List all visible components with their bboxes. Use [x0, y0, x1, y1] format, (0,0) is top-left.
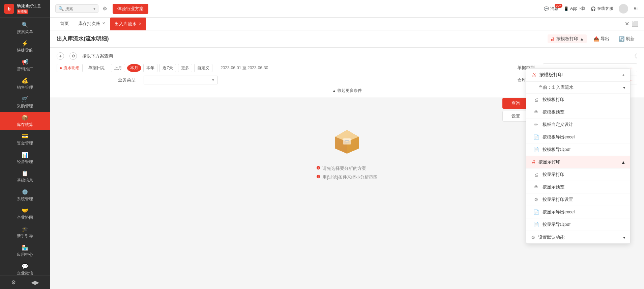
- sidebar-item-operations[interactable]: 📊 经营管理: [0, 149, 50, 167]
- dp-section-label: 按显示打印: [538, 159, 560, 165]
- filter-settings-btn[interactable]: ⚙: [69, 52, 77, 60]
- dp-header[interactable]: 🖨 按模板打印 ▲: [526, 69, 630, 82]
- headset-icon: 🎧: [591, 6, 596, 11]
- sidebar-item-newbie[interactable]: 🎓 新手引导: [0, 223, 50, 242]
- service-label: 在线客服: [597, 6, 613, 11]
- window-close-icon[interactable]: ✕: [625, 21, 629, 27]
- system-icon: ⚙️: [22, 189, 28, 195]
- topbar-username[interactable]: Rit: [634, 6, 639, 11]
- print-template-label: 按模板打印: [556, 36, 578, 42]
- sidebar-label-newbie: 新手引导: [17, 233, 33, 239]
- dp-item-display-settings[interactable]: ⚙ 按显示打印设置: [526, 193, 630, 206]
- dp-item-display-pdf[interactable]: 📄 按显示导出pdf: [526, 218, 630, 231]
- sidebar-item-cooperation[interactable]: 🤝 企业协同: [0, 205, 50, 223]
- empty-tip-2: ❷ 用[过滤]条件来缩小分析范围: [316, 174, 377, 180]
- business-type-label: 业务类型: [118, 77, 138, 83]
- sidebar-item-inventory[interactable]: 📦 库存核算: [0, 112, 50, 130]
- sidebar-item-purchase[interactable]: 🛒 采购管理: [0, 93, 50, 112]
- window-expand-icon[interactable]: ⬜: [632, 21, 639, 27]
- sidebar-label-operations: 经营管理: [17, 159, 33, 165]
- dp-item-display-excel[interactable]: 📄 按显示导出excel: [526, 206, 630, 218]
- finance-icon: 💳: [22, 133, 28, 139]
- appstore-icon: 🏪: [22, 244, 28, 251]
- sidebar-item-system[interactable]: ⚙️ 系统管理: [0, 186, 50, 205]
- sidebar-item-quick-nav[interactable]: ⚡ 快捷导航: [0, 37, 50, 56]
- date-btn-last-month[interactable]: 上月: [111, 64, 125, 72]
- sidebar-label-appstore: 应用中心: [17, 252, 33, 258]
- settings-footer-btn[interactable]: ⚙: [11, 279, 16, 286]
- topbar-app-download-btn[interactable]: 📱 App下载: [564, 6, 585, 11]
- filter-row-1: + ⚙ 按以下方案查询 《: [57, 52, 637, 60]
- sidebar-item-search[interactable]: 🔍 搜索菜单: [0, 19, 50, 37]
- business-type-select[interactable]: ▾: [144, 76, 218, 84]
- print-icon: 🖨: [550, 36, 555, 42]
- dp-display-preview-icon: 👁: [533, 184, 539, 190]
- dp-item-display-preview[interactable]: 👁 按显示预览: [526, 181, 630, 193]
- dp-item-template-preview[interactable]: 👁 按模板预览: [526, 106, 630, 119]
- date-btn-custom[interactable]: 自定义: [194, 64, 212, 72]
- topbar-search-box[interactable]: 🔍 ▾: [55, 4, 98, 13]
- page-header: 出入库流水(流水明细) 🖨 按模板打印 ▲ 📤 导出 🔄 刷新: [50, 30, 644, 48]
- dp-item-template-print[interactable]: 🖨 按模板打印: [526, 94, 630, 106]
- sidebar-item-sales[interactable]: 💰 销售管理: [0, 75, 50, 93]
- app-download-label: App下载: [570, 6, 585, 11]
- dp-header-arrow-icon[interactable]: ▲: [621, 73, 625, 77]
- topbar-gear-icon[interactable]: ⚙: [103, 5, 107, 12]
- tab-inventory-batch-close[interactable]: ✕: [102, 21, 105, 26]
- collapse-sidebar-btn[interactable]: ◀▶: [31, 279, 39, 286]
- dp-current[interactable]: 当前：出入库流水 ▾: [526, 82, 630, 94]
- date-btn-current-year[interactable]: 本年: [143, 64, 157, 72]
- page-actions: 🖨 按模板打印 ▲ 📤 导出 🔄 刷新: [548, 34, 637, 47]
- sidebar-item-basics[interactable]: 📋 基础信息: [0, 167, 50, 186]
- sidebar-label-purchase: 采购管理: [17, 103, 33, 109]
- query-button[interactable]: 查询: [502, 98, 529, 109]
- collapse-filter-btn[interactable]: ▲ 收起更多条件: [332, 88, 362, 94]
- empty-tip-2-label: 用[过滤]条件来缩小分析范围: [322, 174, 377, 180]
- dp-item-template-pdf-label: 按模板导出pdf: [543, 147, 570, 153]
- logo-icon: b: [4, 4, 14, 14]
- print-template-btn[interactable]: 🖨 按模板打印 ▲: [548, 34, 587, 43]
- topbar-search-dropdown-icon[interactable]: ▾: [93, 6, 95, 11]
- cooperation-icon: 🤝: [22, 207, 28, 214]
- sidebar-label-wechat: 企业微信: [17, 270, 33, 275]
- topbar-trial-button[interactable]: 体验行业方案: [113, 4, 148, 14]
- topbar-avatar[interactable]: [619, 4, 628, 14]
- dp-item-template-excel[interactable]: 📄 按模板导出excel: [526, 131, 630, 143]
- dp-footer-btn[interactable]: ⚙ 设置默认功能 ▾: [526, 231, 630, 243]
- topbar-search-icon: 🔍: [58, 6, 64, 11]
- dp-item-template-preview-label: 按模板预览: [543, 109, 564, 115]
- empty-tip-1: ❶ 请先选择要分析的方案: [316, 165, 377, 172]
- sidebar-item-finance[interactable]: 💳 资金管理: [0, 130, 50, 149]
- dp-section-display-print[interactable]: 🖨 按显示打印 ▲: [526, 156, 630, 168]
- sidebar-nav: 🔍 搜索菜单 ⚡ 快捷导航 📢 营销推广 💰 销售管理 🛒 采购管理 📦 库存核…: [0, 18, 50, 275]
- tab-inventory-batch[interactable]: 库存批次账 ✕: [74, 18, 110, 30]
- page-content: 出入库流水(流水明细) 🖨 按模板打印 ▲ 📤 导出 🔄 刷新: [50, 30, 644, 289]
- dp-item-template-custom-label: 模板自定义设计: [543, 122, 573, 128]
- tab-stock-flow-close[interactable]: ✕: [139, 22, 142, 26]
- refresh-btn[interactable]: 🔄 刷新: [616, 34, 637, 43]
- export-label: 导出: [601, 36, 609, 42]
- filter-collapse-arrow-icon[interactable]: 《: [631, 52, 637, 60]
- svg-rect-4: [343, 138, 351, 144]
- date-btn-more[interactable]: 更多: [178, 64, 192, 72]
- topbar-service-btn[interactable]: 🎧 在线客服: [591, 6, 613, 11]
- dp-item-display-print[interactable]: 🖨 按显示打印: [526, 168, 630, 181]
- tab-home[interactable]: 首页: [55, 18, 74, 30]
- filter-settings-action-btn[interactable]: 设置: [502, 111, 529, 122]
- tab-stock-flow[interactable]: 出入库流水 ✕: [110, 18, 146, 30]
- sidebar-item-marketing[interactable]: 📢 营销推广: [0, 56, 50, 75]
- topbar-message-btn[interactable]: 💬 消息 99+: [544, 6, 558, 11]
- sidebar-item-wechat[interactable]: 💬 企业微信: [0, 260, 50, 275]
- filter-add-btn[interactable]: +: [57, 52, 64, 60]
- dp-display-excel-icon: 📄: [533, 209, 539, 215]
- topbar-search-input[interactable]: [65, 6, 92, 11]
- export-icon: 📤: [593, 36, 599, 42]
- sidebar-item-appstore[interactable]: 🏪 应用中心: [0, 242, 50, 260]
- date-btn-7days[interactable]: 近7天: [159, 64, 176, 72]
- dp-item-template-pdf[interactable]: 📄 按模板导出pdf: [526, 143, 630, 156]
- filter-tag-dot-icon: ●: [60, 65, 62, 70]
- dp-item-template-custom[interactable]: ✏ 模板自定义设计: [526, 119, 630, 131]
- filter-date-label: 单据日期: [88, 65, 106, 71]
- date-btn-current-month[interactable]: 本月: [127, 64, 141, 72]
- export-btn[interactable]: 📤 导出: [591, 34, 612, 43]
